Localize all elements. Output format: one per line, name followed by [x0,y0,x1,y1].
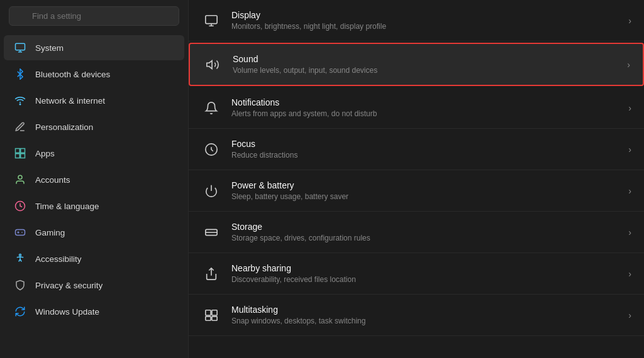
privacy-icon [14,279,26,291]
sidebar-item-privacy[interactable]: Privacy & security [4,273,184,298]
svg-rect-3 [21,149,25,153]
multitasking-desc: Snap windows, desktops, task switching [231,317,618,325]
sidebar-item-accounts[interactable]: Accounts [4,167,184,192]
settings-item-display[interactable]: Display Monitors, brightness, night ligh… [189,0,644,41]
display-chevron: › [628,16,631,26]
bluetooth-icon [14,68,26,80]
notifications-desc: Alerts from apps and system, do not dist… [231,109,618,118]
sound-desc: Volume levels, output, input, sound devi… [233,66,617,75]
network-icon [14,94,26,107]
gaming-icon [14,226,26,239]
sidebar-item-system[interactable]: System [4,35,184,60]
svg-point-9 [19,254,21,256]
multitasking-text: Multitasking Snap windows, desktops, tas… [231,305,618,325]
focus-text: Focus Reduce distractions [231,139,618,160]
sidebar-item-label: Privacy & security [35,281,103,290]
personalization-icon [14,121,26,133]
storage-icon [201,222,221,242]
power-desc: Sleep, battery usage, battery saver [231,192,618,201]
sidebar-item-apps[interactable]: Apps [4,141,184,166]
display-title: Display [231,10,618,20]
svg-rect-17 [212,310,217,315]
sidebar-item-label: Time & language [35,202,99,211]
sidebar-item-personalization[interactable]: Personalization [4,114,184,139]
settings-item-multitasking[interactable]: Multitasking Snap windows, desktops, tas… [189,295,644,336]
apps-icon [14,147,26,160]
power-icon [201,181,221,201]
display-desc: Monitors, brightness, night light, displ… [231,22,618,31]
sidebar-item-label: Accessibility [35,254,82,264]
search-wrapper: 🔍 [9,6,179,26]
multitasking-chevron: › [628,310,631,320]
sound-text: Sound Volume levels, output, input, soun… [233,54,617,75]
nearby-chevron: › [628,269,631,279]
settings-item-storage[interactable]: Storage Storage space, drives, configura… [189,212,644,253]
nearby-icon [201,264,221,284]
sidebar-item-label: Windows Update [35,307,99,317]
sidebar-item-time[interactable]: Time & language [4,193,184,219]
svg-marker-11 [207,60,212,68]
sound-icon [203,55,223,75]
sidebar-item-label: Accounts [35,175,70,185]
focus-icon [201,139,221,160]
sound-chevron: › [627,60,630,70]
power-text: Power & battery Sleep, battery usage, ba… [231,180,618,201]
sound-title: Sound [233,54,617,64]
nearby-text: Nearby sharing Discoverability, received… [231,263,618,284]
settings-item-focus[interactable]: Focus Reduce distractions › [189,129,644,170]
sidebar-item-gaming[interactable]: Gaming [4,220,184,245]
nearby-desc: Discoverability, received files location [231,275,618,284]
notifications-title: Notifications [231,97,618,107]
nearby-title: Nearby sharing [231,263,618,273]
svg-rect-0 [16,43,25,50]
power-title: Power & battery [231,180,618,190]
sidebar-item-bluetooth[interactable]: Bluetooth & devices [4,62,184,87]
settings-item-nearby[interactable]: Nearby sharing Discoverability, received… [189,253,644,295]
sidebar-item-label: System [35,43,64,53]
sidebar: 🔍 System Bluetooth & devices Network & i… [0,0,189,358]
svg-rect-5 [21,154,25,158]
sidebar-item-network[interactable]: Network & internet [4,88,184,113]
storage-desc: Storage space, drives, configuration rul… [231,234,618,242]
storage-chevron: › [628,227,631,237]
focus-desc: Reduce distractions [231,151,618,160]
update-icon [14,305,26,318]
accounts-icon [14,173,26,186]
svg-rect-4 [16,154,20,158]
svg-rect-16 [206,310,211,315]
accessibility-icon [14,252,26,265]
svg-rect-10 [206,15,217,23]
time-icon [14,200,26,212]
settings-item-sound[interactable]: Sound Volume levels, output, input, soun… [189,43,644,86]
sidebar-item-accessibility[interactable]: Accessibility [4,246,184,271]
notifications-text: Notifications Alerts from apps and syste… [231,97,618,118]
svg-point-1 [19,104,21,105]
focus-title: Focus [231,139,618,149]
svg-rect-8 [16,230,25,236]
svg-point-6 [18,175,22,179]
sidebar-item-label: Network & internet [35,96,105,106]
sidebar-item-label: Bluetooth & devices [35,70,110,79]
settings-item-notifications[interactable]: Notifications Alerts from apps and syste… [189,87,644,129]
multitasking-icon [201,305,221,325]
sidebar-item-label: Personalization [35,122,93,132]
sidebar-item-label: Apps [35,149,55,158]
sidebar-item-update[interactable]: Windows Update [4,299,184,324]
notifications-icon [201,98,221,118]
settings-item-power[interactable]: Power & battery Sleep, battery usage, ba… [189,170,644,212]
storage-title: Storage [231,222,618,232]
focus-chevron: › [628,144,631,155]
search-container: 🔍 [0,0,188,32]
main-content: Display Monitors, brightness, night ligh… [189,0,644,358]
svg-rect-18 [206,316,211,320]
display-icon [201,11,221,31]
system-icon [14,41,26,54]
power-chevron: › [628,186,631,196]
svg-rect-2 [16,149,20,153]
storage-text: Storage Storage space, drives, configura… [231,222,618,242]
display-text: Display Monitors, brightness, night ligh… [231,10,618,31]
multitasking-title: Multitasking [231,305,618,315]
notifications-chevron: › [628,103,631,113]
svg-rect-19 [212,316,217,320]
search-input[interactable] [9,6,179,26]
